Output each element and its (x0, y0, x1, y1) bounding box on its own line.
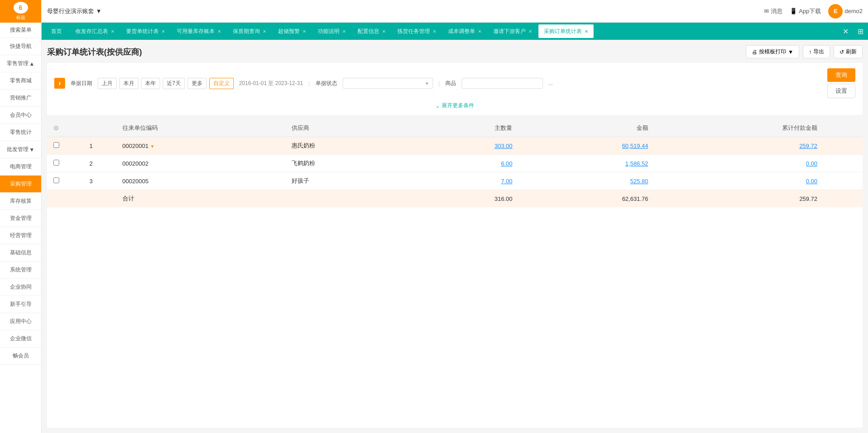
workspace-selector[interactable]: 母婴行业演示账套 ▼ (47, 7, 102, 15)
expand-row-icon[interactable]: ▼ (150, 144, 155, 149)
search-button[interactable]: 查询 (827, 68, 855, 82)
sidebar-item-newbie[interactable]: 新手引导 (0, 296, 41, 313)
sidebar-item-marketing[interactable]: 营销推广 (0, 90, 41, 107)
export-button[interactable]: ↑ 导出 (803, 45, 830, 58)
tab-config-info[interactable]: 配置信息 ✕ (352, 24, 391, 38)
printer-icon: 🖨 (752, 49, 757, 55)
settings-icon[interactable]: ⚙ (53, 124, 59, 132)
tab-close-icon[interactable]: ✕ (382, 29, 386, 34)
tab-pick-task[interactable]: 拣货任务管理 ✕ (392, 24, 442, 38)
export-icon: ↑ (809, 49, 811, 55)
sidebar-item-retail[interactable]: 零售管理 ▲ (0, 55, 41, 72)
tab-close-icon[interactable]: ✕ (161, 29, 165, 34)
date-btn-this-month[interactable]: 本月 (119, 78, 138, 89)
tab-receive-send[interactable]: 收发存汇总表 ✕ (70, 24, 120, 38)
sidebar-item-member[interactable]: 会员中心 (0, 107, 41, 124)
tab-close-icon[interactable]: ✕ (263, 29, 266, 34)
tab-close-icon[interactable]: ✕ (302, 29, 306, 34)
refresh-button[interactable]: ↺ 刷新 (834, 45, 863, 58)
sidebar-item-member2[interactable]: 畅会员 (0, 347, 41, 365)
tab-usable-inventory[interactable]: 可用量库存账本 ✕ (171, 24, 226, 38)
row-quantity[interactable]: 6.00 (412, 155, 518, 172)
sidebar-item-finance[interactable]: 资金管理 (0, 210, 41, 227)
settings-button[interactable]: 设置 (827, 84, 855, 98)
tab-expiry-query[interactable]: 保质期查询 ✕ (227, 24, 272, 38)
tab-overstock-alert[interactable]: 超储预警 ✕ (273, 24, 311, 38)
sidebar-item-system[interactable]: 系统管理 (0, 262, 41, 279)
goods-input[interactable] (462, 78, 543, 89)
footer-label: 合计 (117, 190, 412, 208)
tab-close-icon[interactable]: ✕ (342, 29, 346, 34)
row-paid-amount[interactable]: 0.00 (654, 172, 823, 190)
tab-home[interactable]: 首页 (44, 24, 69, 38)
row-checkbox-cell (47, 137, 65, 155)
sidebar-item-inventory[interactable]: 库存核算 (0, 193, 41, 210)
row-supplier-code: 00020001 ▼ (117, 137, 286, 155)
sidebar-item-retail-stat[interactable]: 零售统计 (0, 124, 41, 141)
sidebar-item-quicknav[interactable]: 快捷导航 (0, 38, 41, 55)
tab-invite-customer[interactable]: 邀请下游客户 ✕ (488, 24, 538, 38)
date-btn-last-month[interactable]: 上月 (98, 78, 117, 89)
status-label: 单据状态 (316, 80, 337, 87)
status-select-wrapper: ▼ (343, 78, 433, 89)
tab-bar-actions: ✕ ⊞ (840, 25, 866, 38)
sidebar: 6 标题 搜索菜单 快捷导航 零售管理 ▲ 零售商城 营销推广 会员中心 零售统… (0, 0, 42, 433)
status-select[interactable] (343, 78, 433, 89)
tab-close-icon[interactable]: ✕ (478, 29, 481, 34)
tab-close-icon[interactable]: ✕ (111, 29, 114, 34)
tab-close-icon[interactable]: ✕ (217, 29, 221, 34)
row-amount[interactable]: 1,586.52 (518, 155, 653, 172)
row-no: 2 (65, 155, 117, 172)
row-extra (823, 155, 863, 172)
sidebar-item-basic[interactable]: 基础信息 (0, 244, 41, 262)
sidebar-item-enterprise[interactable]: 企业协同 (0, 279, 41, 296)
col-supplier-code: 往来单位编码 (117, 119, 286, 137)
filter-toggle-button[interactable]: › (54, 78, 65, 89)
row-amount[interactable]: 60,519.44 (518, 137, 653, 155)
sidebar-item-purchase[interactable]: 采购管理 (0, 176, 41, 193)
tab-purchase-stat[interactable]: 采购订单统计表 ✕ (538, 24, 594, 38)
tab-close-all-btn[interactable]: ✕ (840, 25, 851, 38)
tab-requisition-stat[interactable]: 要货单统计表 ✕ (121, 24, 170, 38)
print-button[interactable]: 🖨 按模板打印 ▼ (746, 45, 799, 58)
row-paid-amount[interactable]: 259.72 (654, 137, 823, 155)
row-checkbox[interactable] (53, 160, 59, 166)
row-paid-amount[interactable]: 0.00 (654, 155, 823, 172)
app-logo: 6 标题 (0, 0, 41, 23)
message-action[interactable]: ✉ 消息 (764, 7, 783, 15)
search-menu[interactable]: 搜索菜单 (0, 23, 41, 38)
tab-bar: 首页 收发存汇总表 ✕ 要货单统计表 ✕ 可用量库存账本 ✕ 保质期查询 ✕ 超… (42, 23, 868, 40)
date-btn-this-year[interactable]: 本年 (141, 78, 160, 89)
more-filter-btn[interactable]: ... (548, 80, 553, 86)
sidebar-item-wechat[interactable]: 企业微信 (0, 330, 41, 347)
row-checkbox[interactable] (53, 142, 59, 148)
separator: | (308, 80, 310, 87)
tab-close-icon[interactable]: ✕ (433, 29, 436, 34)
chevron-down-icon: ▲ (29, 61, 35, 67)
date-custom-tag[interactable]: 自定义 (209, 78, 234, 89)
expand-conditions-btn[interactable]: ⌄ 展开更多条件 (435, 102, 474, 109)
date-btn-more[interactable]: 更多 (188, 78, 207, 89)
tab-close-icon[interactable]: ✕ (585, 29, 588, 34)
sidebar-item-retail-mall[interactable]: 零售商城 (0, 72, 41, 90)
sidebar-item-appcenter[interactable]: 应用中心 (0, 313, 41, 330)
chevron-down-icon: ⌄ (435, 103, 440, 109)
date-btn-7days[interactable]: 近7天 (163, 78, 185, 89)
row-quantity[interactable]: 303.00 (412, 137, 518, 155)
workspace-label: 母婴行业演示账套 (47, 7, 94, 15)
row-amount[interactable]: 525.80 (518, 172, 653, 190)
row-checkbox[interactable] (53, 177, 59, 183)
tab-cost-adjust[interactable]: 成本调整单 ✕ (443, 24, 487, 38)
sidebar-item-ecommerce[interactable]: 电商管理 (0, 158, 41, 176)
user-profile[interactable]: E demo2 (828, 4, 863, 19)
sidebar-item-batch[interactable]: 批发管理 ▼ (0, 141, 41, 158)
tab-function-desc[interactable]: 功能说明 ✕ (312, 24, 351, 38)
row-quantity[interactable]: 7.00 (412, 172, 518, 190)
sidebar-item-operations[interactable]: 经营管理 (0, 227, 41, 244)
tab-expand-btn[interactable]: ⊞ (855, 25, 866, 38)
col-amount: 金额 (518, 119, 653, 137)
row-no: 1 (65, 137, 117, 155)
app-download-action[interactable]: 📱 App下载 (790, 7, 821, 15)
tab-close-icon[interactable]: ✕ (528, 29, 532, 34)
goods-label: 商品 (445, 80, 456, 87)
